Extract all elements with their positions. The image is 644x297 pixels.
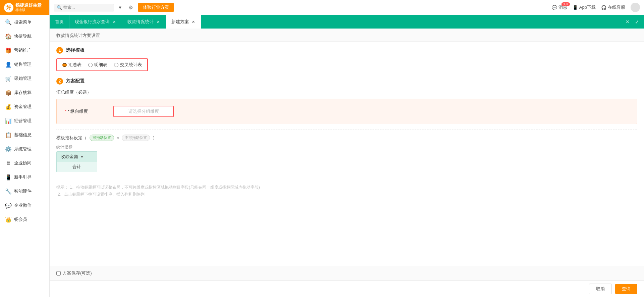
dimension-placeholder: 请选择分组维度 — [128, 108, 159, 114]
sidebar-item-purchase[interactable]: 🛒 采购管理 — [0, 71, 49, 86]
sidebar-item-newuser[interactable]: 📱 新手引导 — [0, 170, 49, 184]
download-item[interactable]: 📱 App下载 — [573, 4, 596, 10]
tab-new-plan-close[interactable]: ✕ — [191, 19, 196, 24]
notification-item[interactable]: 💬 消息 99+ — [552, 4, 567, 10]
sidebar-item-label: 营销推广 — [14, 47, 32, 53]
query-button[interactable]: 查询 — [615, 284, 637, 294]
logo-badge: 标准版 — [15, 8, 42, 12]
sidebar-item-label: 搜索菜单 — [14, 19, 32, 25]
page-title: 收款情况统计方案设置 — [56, 33, 100, 38]
section1-number: 1 — [56, 47, 63, 54]
sidebar-item-label: 畅会员 — [14, 216, 27, 222]
sidebar-item-label: 经营管理 — [14, 118, 32, 124]
metrics-separator: ○ — [117, 136, 119, 140]
section2-title: 方案配置 — [66, 78, 85, 84]
sidebar-item-label: 资金管理 — [14, 104, 32, 110]
notification-badge: 99+ — [561, 2, 570, 6]
non-draggable-badge: 不可拖动位置 — [122, 135, 150, 141]
main-area: 🔍 ▼ ⚙ 体验行业方案 💬 消息 99+ 📱 App下载 🎧 在线客服 — [50, 0, 644, 297]
sidebar-item-sales[interactable]: 👤 销售管理 — [0, 57, 49, 71]
logo-icon: 好 — [4, 3, 13, 12]
radio-cross[interactable]: 交叉统计表 — [114, 62, 142, 68]
radio-detail[interactable]: 明细表 — [88, 62, 107, 68]
radio-summary-label: 汇总表 — [68, 62, 82, 68]
tab-expand-btn[interactable]: ⤢ — [633, 18, 641, 26]
tips-section: 提示： 1、拖动标题栏可以调整布局，不可跨维度或指标区域拖动栏目字段(只能在同一… — [56, 181, 637, 202]
sidebar-item-system[interactable]: ⚙️ 系统管理 — [0, 142, 49, 156]
topbar: 🔍 ▼ ⚙ 体验行业方案 💬 消息 99+ 📱 App下载 🎧 在线客服 — [50, 0, 644, 15]
dropdown-arrow-icon[interactable]: ▼ — [117, 4, 123, 11]
form-content: 1 选择模板 汇总表 明细表 交叉统计表 — [50, 42, 644, 266]
dimension-selector[interactable]: 请选择分组维度 — [113, 106, 174, 117]
topbar-right: 💬 消息 99+ 📱 App下载 🎧 在线客服 — [552, 3, 640, 12]
settings-icon[interactable]: ⚙ — [126, 3, 136, 12]
tab-home-label: 首页 — [55, 19, 64, 25]
save-checkbox[interactable] — [56, 271, 61, 276]
sidebar-item-wechat[interactable]: 💬 企业微信 — [0, 198, 49, 212]
sidebar-item-label: 企业微信 — [14, 202, 32, 208]
crown-icon: 👑 — [5, 216, 11, 222]
tab-receipt[interactable]: 收款情况统计 ✕ — [122, 15, 166, 29]
arrow-icon: ———— — [92, 109, 109, 114]
sidebar-item-corp[interactable]: 🖥 企业协同 — [0, 156, 49, 170]
download-icon: 📱 — [573, 5, 578, 10]
tab-bank-close[interactable]: ✕ — [112, 19, 116, 24]
radio-cross-input[interactable] — [114, 63, 118, 67]
tab-receipt-close[interactable]: ✕ — [156, 19, 160, 24]
sidebar-item-operation[interactable]: 📊 经营管理 — [0, 114, 49, 128]
clipboard-icon: 📋 — [5, 132, 11, 138]
sidebar-item-inventory[interactable]: 📦 库存核算 — [0, 86, 49, 100]
sidebar-item-quicknav[interactable]: 🏠 快捷导航 — [0, 29, 49, 43]
tab-actions: ✕ ⤢ — [621, 15, 644, 29]
metrics-table: 收款金额 ▼ 合计 — [56, 151, 97, 172]
search-box[interactable]: 🔍 — [54, 4, 114, 11]
sidebar-nav: 🔍 搜索菜单 🏠 快捷导航 🎁 营销推广 👤 销售管理 🛒 采购管理 📦 库存核… — [0, 15, 49, 297]
sidebar-item-label: 采购管理 — [14, 76, 32, 82]
sidebar-item-label: 销售管理 — [14, 61, 32, 67]
service-item[interactable]: 🎧 在线客服 — [601, 4, 625, 10]
search-input[interactable] — [63, 5, 110, 10]
sidebar-item-label: 企业协同 — [14, 160, 32, 166]
logo-text: 畅捷通好生意 — [15, 3, 42, 8]
sidebar-item-label: 快捷导航 — [14, 33, 32, 39]
content-area: 收款情况统计方案设置 1 选择模板 汇总表 明细表 — [50, 29, 644, 297]
sidebar-item-hardware[interactable]: 🔧 智能硬件 — [0, 184, 49, 198]
tabbar: 首页 现金银行流水查询 ✕ 收款情况统计 ✕ 新建方案 ✕ ✕ ⤢ — [50, 15, 644, 29]
search-icon: 🔍 — [5, 19, 11, 25]
section1-header: 1 选择模板 — [56, 47, 637, 54]
tip-1-text: 1、拖动标题栏可以调整布局，不可跨维度或指标区域拖动栏目字段(只能在同一维度或指… — [70, 185, 260, 190]
user-avatar[interactable] — [631, 3, 640, 12]
chat-icon: 💬 — [5, 202, 11, 208]
metrics-table-header[interactable]: 收款金额 ▼ — [57, 152, 97, 162]
sidebar-item-finance[interactable]: 💰 资金管理 — [0, 100, 49, 114]
radio-detail-input[interactable] — [88, 63, 93, 67]
tab-receipt-label: 收款情况统计 — [127, 19, 154, 25]
industry-btn[interactable]: 体验行业方案 — [138, 3, 174, 12]
home-icon: 🏠 — [5, 33, 11, 39]
radio-detail-label: 明细表 — [94, 62, 107, 68]
mobile-icon: 📱 — [5, 174, 11, 180]
tab-bank[interactable]: 现金银行流水查询 ✕ — [69, 15, 122, 29]
gift-icon: 🎁 — [5, 47, 11, 53]
tip-1: 提示： 1、拖动标题栏可以调整布局，不可跨维度或指标区域拖动栏目字段(只能在同一… — [56, 185, 637, 190]
tab-new-plan[interactable]: 新建方案 ✕ — [166, 15, 201, 29]
box-icon: 📦 — [5, 90, 11, 96]
sidebar-item-label: 库存核算 — [14, 90, 32, 96]
cancel-button[interactable]: 取消 — [589, 284, 612, 294]
save-label: 方案保存(可选) — [63, 270, 92, 276]
tab-home[interactable]: 首页 — [50, 15, 69, 29]
sidebar-item-marketing[interactable]: 🎁 营销推广 — [0, 43, 49, 57]
sidebar-item-basicinfo[interactable]: 📋 基础信息 — [0, 128, 49, 142]
sidebar-item-label: 基础信息 — [14, 132, 32, 138]
radio-summary[interactable]: 汇总表 — [62, 62, 82, 68]
tab-bank-label: 现金银行流水查询 — [75, 19, 110, 25]
metrics-table-body: 合计 — [57, 162, 97, 172]
radio-summary-input[interactable] — [62, 63, 67, 67]
save-option: 方案保存(可选) — [50, 266, 644, 280]
footer-bar: 取消 查询 — [50, 280, 644, 297]
metrics-dropdown-icon[interactable]: ▼ — [80, 155, 84, 159]
sidebar-item-member[interactable]: 👑 畅会员 — [0, 212, 49, 227]
tab-close-btn[interactable]: ✕ — [624, 18, 631, 26]
sidebar-item-search[interactable]: 🔍 搜索菜单 — [0, 15, 49, 29]
section-template: 1 选择模板 汇总表 明细表 交叉统计表 — [56, 47, 637, 71]
